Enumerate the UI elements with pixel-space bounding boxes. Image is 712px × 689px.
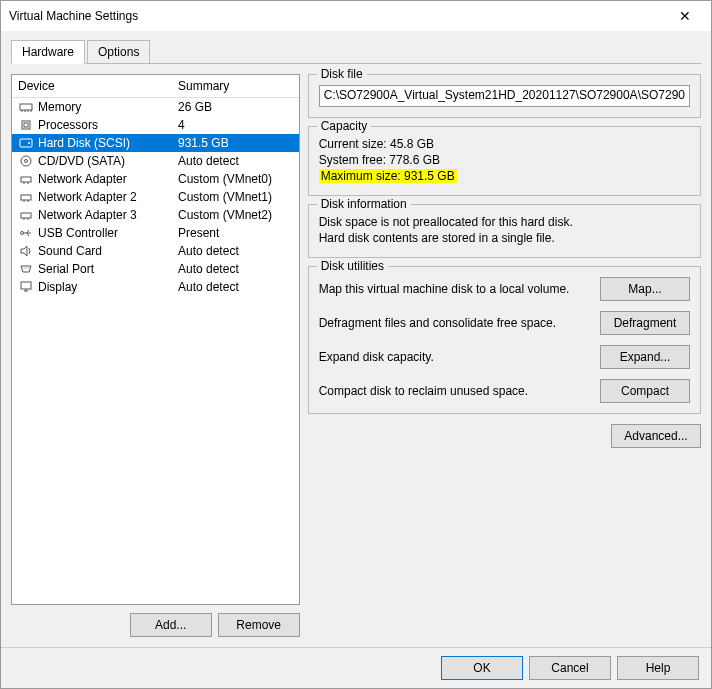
row-device: CD/DVD (SATA) bbox=[38, 154, 178, 168]
compact-button[interactable]: Compact bbox=[600, 379, 690, 403]
util-compact-text: Compact disk to reclaim unused space. bbox=[319, 384, 592, 398]
content-area: Device Summary Memory26 GBProcessors4Har… bbox=[1, 64, 711, 647]
row-summary: Custom (VMnet0) bbox=[178, 172, 293, 186]
tab-options[interactable]: Options bbox=[87, 40, 150, 64]
utilities-title: Disk utilities bbox=[317, 259, 388, 273]
util-map-text: Map this virtual machine disk to a local… bbox=[319, 282, 592, 296]
net-icon bbox=[18, 190, 34, 204]
svg-point-8 bbox=[28, 142, 30, 144]
memory-icon bbox=[18, 100, 34, 114]
diskfile-group: Disk file C:\SO72900A_Virtual_System21HD… bbox=[308, 74, 701, 118]
diskfile-field[interactable]: C:\SO72900A_Virtual_System21HD_20201127\… bbox=[319, 85, 690, 107]
svg-rect-11 bbox=[21, 177, 31, 182]
row-summary: 4 bbox=[178, 118, 293, 132]
ok-button[interactable]: OK bbox=[441, 656, 523, 680]
map-button[interactable]: Map... bbox=[600, 277, 690, 301]
svg-rect-0 bbox=[20, 104, 32, 110]
advanced-button[interactable]: Advanced... bbox=[611, 424, 701, 448]
util-map-row: Map this virtual machine disk to a local… bbox=[319, 277, 690, 301]
header-summary: Summary bbox=[178, 79, 293, 93]
row-device: Display bbox=[38, 280, 178, 294]
svg-rect-7 bbox=[20, 139, 32, 147]
svg-point-24 bbox=[24, 268, 25, 269]
remove-button[interactable]: Remove bbox=[218, 613, 300, 637]
svg-rect-14 bbox=[21, 195, 31, 200]
add-button[interactable]: Add... bbox=[130, 613, 212, 637]
row-device: USB Controller bbox=[38, 226, 178, 240]
row-device: Network Adapter 3 bbox=[38, 208, 178, 222]
list-row-net[interactable]: Network Adapter 2Custom (VMnet1) bbox=[12, 188, 299, 206]
list-row-net[interactable]: Network Adapter 3Custom (VMnet2) bbox=[12, 206, 299, 224]
advanced-row: Advanced... bbox=[308, 422, 701, 450]
defragment-button[interactable]: Defragment bbox=[600, 311, 690, 335]
window-title: Virtual Machine Settings bbox=[9, 9, 667, 23]
left-buttons: Add... Remove bbox=[11, 605, 300, 637]
capacity-free: System free: 778.6 GB bbox=[319, 153, 690, 167]
svg-point-9 bbox=[21, 156, 31, 166]
list-row-sound[interactable]: Sound CardAuto detect bbox=[12, 242, 299, 260]
util-defrag-text: Defragment files and consolidate free sp… bbox=[319, 316, 592, 330]
list-row-cpu[interactable]: Processors4 bbox=[12, 116, 299, 134]
list-row-usb[interactable]: USB ControllerPresent bbox=[12, 224, 299, 242]
tabs: Hardware Options bbox=[11, 39, 701, 64]
list-row-display[interactable]: DisplayAuto detect bbox=[12, 278, 299, 296]
list-row-serial[interactable]: Serial PortAuto detect bbox=[12, 260, 299, 278]
display-icon bbox=[18, 280, 34, 294]
row-device: Network Adapter 2 bbox=[38, 190, 178, 204]
list-row-hdd[interactable]: Hard Disk (SCSI)931.5 GB bbox=[12, 134, 299, 152]
list-header: Device Summary bbox=[12, 75, 299, 98]
capacity-max: Maximum size: 931.5 GB bbox=[319, 169, 690, 183]
util-compact-row: Compact disk to reclaim unused space. Co… bbox=[319, 379, 690, 403]
svg-point-25 bbox=[26, 268, 27, 269]
util-defrag-row: Defragment files and consolidate free sp… bbox=[319, 311, 690, 335]
net-icon bbox=[18, 208, 34, 222]
cancel-button[interactable]: Cancel bbox=[529, 656, 611, 680]
tabs-container: Hardware Options bbox=[1, 31, 711, 64]
header-device: Device bbox=[18, 79, 178, 93]
diskinfo-line1: Disk space is not preallocated for this … bbox=[319, 215, 690, 229]
svg-rect-6 bbox=[24, 123, 28, 127]
serial-icon bbox=[18, 262, 34, 276]
row-device: Sound Card bbox=[38, 244, 178, 258]
list-row-memory[interactable]: Memory26 GB bbox=[12, 98, 299, 116]
help-button[interactable]: Help bbox=[617, 656, 699, 680]
capacity-max-highlight: Maximum size: 931.5 GB bbox=[319, 169, 457, 183]
svg-rect-5 bbox=[22, 121, 30, 129]
left-panel: Device Summary Memory26 GBProcessors4Har… bbox=[11, 74, 300, 637]
settings-window: Virtual Machine Settings ✕ Hardware Opti… bbox=[0, 0, 712, 689]
diskinfo-title: Disk information bbox=[317, 197, 411, 211]
bottom-bar: OK Cancel Help bbox=[1, 647, 711, 688]
capacity-current: Current size: 45.8 GB bbox=[319, 137, 690, 151]
usb-icon bbox=[18, 226, 34, 240]
row-summary: 26 GB bbox=[178, 100, 293, 114]
tab-hardware[interactable]: Hardware bbox=[11, 40, 85, 64]
right-panel: Disk file C:\SO72900A_Virtual_System21HD… bbox=[308, 74, 701, 637]
cpu-icon bbox=[18, 118, 34, 132]
row-device: Processors bbox=[38, 118, 178, 132]
diskfile-title: Disk file bbox=[317, 67, 367, 81]
row-summary: Auto detect bbox=[178, 280, 293, 294]
cd-icon bbox=[18, 154, 34, 168]
row-device: Network Adapter bbox=[38, 172, 178, 186]
row-device: Memory bbox=[38, 100, 178, 114]
diskinfo-group: Disk information Disk space is not preal… bbox=[308, 204, 701, 258]
row-summary: Auto detect bbox=[178, 262, 293, 276]
row-summary: Custom (VMnet2) bbox=[178, 208, 293, 222]
list-row-cd[interactable]: CD/DVD (SATA)Auto detect bbox=[12, 152, 299, 170]
close-icon[interactable]: ✕ bbox=[667, 8, 703, 24]
row-summary: Auto detect bbox=[178, 244, 293, 258]
net-icon bbox=[18, 172, 34, 186]
row-summary: 931.5 GB bbox=[178, 136, 293, 150]
row-summary: Present bbox=[178, 226, 293, 240]
sound-icon bbox=[18, 244, 34, 258]
diskinfo-line2: Hard disk contents are stored in a singl… bbox=[319, 231, 690, 245]
hdd-icon bbox=[18, 136, 34, 150]
titlebar: Virtual Machine Settings ✕ bbox=[1, 1, 711, 31]
utilities-group: Disk utilities Map this virtual machine … bbox=[308, 266, 701, 414]
capacity-title: Capacity bbox=[317, 119, 372, 133]
list-row-net[interactable]: Network AdapterCustom (VMnet0) bbox=[12, 170, 299, 188]
svg-point-26 bbox=[28, 268, 29, 269]
svg-rect-27 bbox=[21, 282, 31, 289]
expand-button[interactable]: Expand... bbox=[600, 345, 690, 369]
util-expand-text: Expand disk capacity. bbox=[319, 350, 592, 364]
